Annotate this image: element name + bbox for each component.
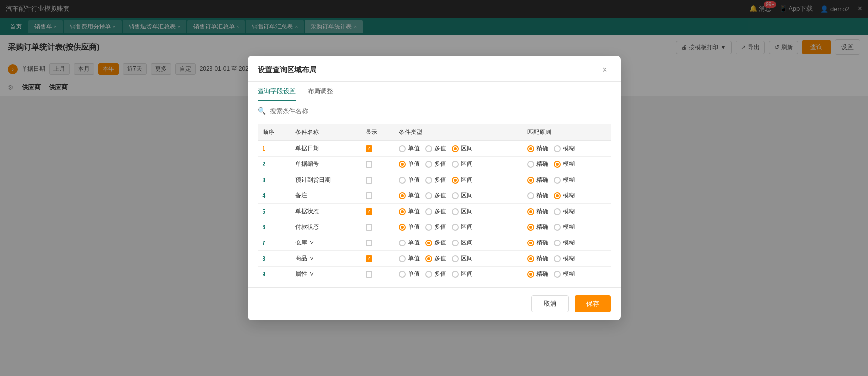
dialog-header: 设置查询区域布局 × <box>248 56 621 82</box>
dialog-close-button[interactable]: × <box>599 64 611 76</box>
dialog-overlay: 设置查询区域布局 × 查询字段设置 布局调整 🔍 顺序 条件名称 <box>0 0 868 96</box>
tab-layout-adjust[interactable]: 布局调整 <box>308 82 333 96</box>
dialog-tabs: 查询字段设置 布局调整 <box>248 82 621 96</box>
settings-dialog: 设置查询区域布局 × 查询字段设置 布局调整 🔍 顺序 条件名称 <box>248 56 621 96</box>
tab-query-fields[interactable]: 查询字段设置 <box>258 82 296 96</box>
dialog-title: 设置查询区域布局 <box>258 65 316 75</box>
